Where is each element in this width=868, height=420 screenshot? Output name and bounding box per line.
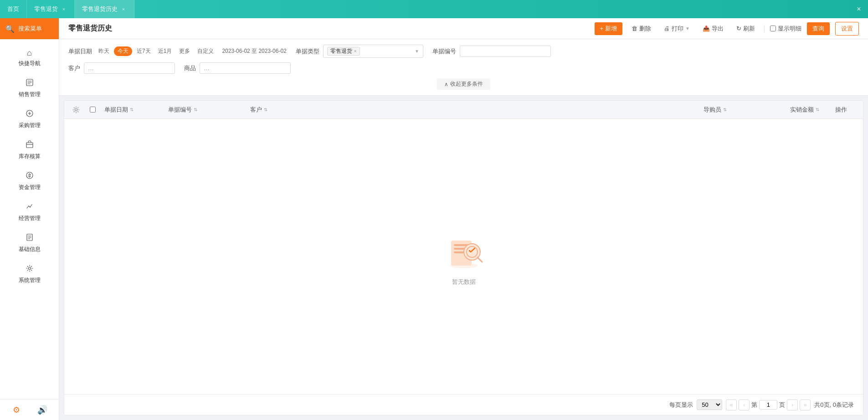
th-customer-sort[interactable]: ⇅	[264, 107, 267, 112]
sidebar-item-purchase-label: 采购管理	[19, 122, 41, 129]
add-label: 新增	[605, 25, 617, 33]
doc-type-filter: 单据类型 零售退货 × ▼	[296, 45, 423, 58]
table-settings-icon[interactable]	[68, 106, 84, 113]
tab-retail-return-history-close[interactable]: ×	[120, 6, 127, 12]
goods-select[interactable]: …	[200, 62, 291, 74]
volume-button[interactable]: 🔊	[35, 403, 50, 417]
tab-home[interactable]: 首页	[0, 0, 27, 18]
doc-no-label: 单据编号	[432, 47, 456, 56]
per-page-label: 每页显示	[669, 401, 693, 409]
date-btn-yesterday[interactable]: 昨天	[96, 46, 112, 56]
sidebar-item-purchase-mgmt[interactable]: 采购管理	[0, 104, 59, 135]
sidebar-item-system-mgmt[interactable]: 系统管理	[0, 259, 59, 290]
sidebar-bottom: ⚙ 🔊	[0, 399, 59, 420]
export-button[interactable]: 📤 导出	[699, 23, 727, 35]
next-page-button[interactable]: ›	[787, 400, 798, 410]
th-docno: 单据编号 ⇅	[164, 106, 247, 114]
tab-retail-return-history[interactable]: 零售退货历史 ×	[75, 0, 134, 18]
sidebar-item-quick-nav[interactable]: ⌂ 快捷导航	[0, 43, 59, 73]
purchase-icon	[26, 109, 34, 120]
svg-line-14	[478, 257, 482, 262]
empty-icon	[441, 227, 487, 272]
table-select-all[interactable]	[84, 107, 101, 113]
date-btn-custom[interactable]: 自定义	[195, 46, 216, 56]
sidebar-item-operation[interactable]: 经营管理	[0, 197, 59, 228]
customer-select[interactable]: …	[84, 62, 175, 74]
tab-home-label: 首页	[7, 5, 19, 13]
sidebar-search[interactable]: 🔍 搜索菜单	[0, 18, 59, 39]
collapse-button[interactable]: ∧ 收起更多条件	[437, 78, 490, 90]
doc-type-tag-close[interactable]: ×	[354, 49, 357, 54]
sidebar-item-inventory-label: 库存核算	[19, 153, 41, 160]
page-input[interactable]	[759, 400, 777, 410]
pagination-nav: « ‹ 第 页 › »	[726, 400, 811, 410]
goods-filter: 商品 …	[184, 62, 291, 74]
date-btn-7days[interactable]: 近7天	[134, 46, 154, 56]
date-btn-more[interactable]: 更多	[176, 46, 193, 56]
add-icon: +	[600, 25, 604, 32]
table-header: 单据日期 ⇅ 单据编号 ⇅ 客户 ⇅ 导购员 ⇅ 实销金额 ⇅	[64, 101, 863, 119]
svg-rect-2	[26, 143, 33, 148]
empty-text: 暂无数据	[452, 278, 476, 286]
window-close-button[interactable]: ×	[850, 0, 868, 18]
sidebar-item-inventory[interactable]: 库存核算	[0, 135, 59, 166]
prev-page-button[interactable]: ‹	[739, 400, 750, 410]
th-customer: 客户 ⇅	[247, 106, 700, 114]
pagination-bar: 每页显示 50 100 200 « ‹ 第 页 › » 共0页, 0条记录	[64, 394, 863, 415]
first-page-button[interactable]: «	[726, 400, 737, 410]
filter-area: 单据日期 昨天 今天 近7天 近1月 更多 自定义 2023-06-02 至 2…	[59, 39, 868, 96]
filter-row-1: 单据日期 昨天 今天 近7天 近1月 更多 自定义 2023-06-02 至 2…	[68, 45, 859, 58]
refresh-label: 刷新	[743, 25, 755, 33]
delete-label: 删除	[639, 25, 651, 33]
page-header: 零售退货历史 + 新增 🗑 删除 🖨 打印 ▼ 📤 导出	[59, 18, 868, 39]
export-label: 导出	[712, 25, 724, 33]
th-date-sort[interactable]: ⇅	[130, 107, 134, 112]
query-button[interactable]: 查询	[807, 22, 830, 35]
sidebar-item-basic-info[interactable]: 基础信息	[0, 228, 59, 259]
date-filter: 单据日期 昨天 今天 近7天 近1月 更多 自定义 2023-06-02 至 2…	[68, 46, 287, 56]
tab-retail-return-close[interactable]: ×	[61, 6, 67, 12]
th-docno-sort[interactable]: ⇅	[194, 107, 197, 112]
doc-type-label: 单据类型	[296, 47, 319, 56]
th-date: 单据日期 ⇅	[101, 106, 164, 114]
content-area: 零售退货历史 + 新增 🗑 删除 🖨 打印 ▼ 📤 导出	[59, 18, 868, 420]
select-all-checkbox[interactable]	[90, 107, 96, 113]
query-label: 查询	[812, 25, 824, 33]
date-btn-1month[interactable]: 近1月	[155, 46, 175, 56]
sidebar-item-sales-mgmt[interactable]: 销售管理	[0, 73, 59, 104]
sidebar-item-basic-info-label: 基础信息	[19, 246, 41, 253]
table-area: 单据日期 ⇅ 单据编号 ⇅ 客户 ⇅ 导购员 ⇅ 实销金额 ⇅	[64, 100, 863, 415]
filter-row-2: 客户 … 商品 …	[68, 62, 859, 74]
display-checkbox[interactable]	[770, 26, 776, 31]
doc-type-value: 零售退货	[330, 47, 352, 55]
th-guide-sort[interactable]: ⇅	[723, 107, 727, 112]
sidebar-item-finance[interactable]: 资金管理	[0, 166, 59, 197]
refresh-button[interactable]: ↻ 刷新	[733, 23, 759, 35]
goods-label: 商品	[184, 64, 196, 72]
settings-bottom-button[interactable]: ⚙	[9, 403, 24, 417]
tab-retail-return[interactable]: 零售退货 ×	[27, 0, 75, 18]
date-buttons: 昨天 今天 近7天 近1月 更多 自定义	[96, 46, 216, 56]
svg-point-5	[28, 267, 31, 270]
doc-type-select[interactable]: 零售退货 × ▼	[323, 45, 423, 58]
th-amount-label: 实销金额	[790, 106, 814, 114]
per-page-select[interactable]: 50 100 200	[697, 400, 722, 410]
svg-rect-10	[454, 248, 465, 250]
display-toggle[interactable]: 显示明细	[770, 25, 801, 33]
th-amount-sort[interactable]: ⇅	[816, 107, 819, 112]
th-amount: 实销金额 ⇅	[768, 106, 823, 114]
doc-no-input[interactable]	[460, 46, 551, 57]
print-button[interactable]: 🖨 打印 ▼	[660, 23, 693, 35]
doc-type-tag: 零售退货 ×	[327, 47, 360, 56]
th-guide: 导购员 ⇅	[700, 106, 768, 114]
top-bar: 首页 零售退货 × 零售退货历史 × ×	[0, 0, 868, 18]
display-label: 显示明细	[778, 25, 801, 33]
delete-button[interactable]: 🗑 删除	[628, 23, 655, 35]
last-page-button[interactable]: »	[800, 400, 811, 410]
date-range-text: 2023-06-02 至 2023-06-02	[222, 47, 286, 55]
date-btn-today[interactable]: 今天	[114, 46, 132, 56]
add-button[interactable]: + 新增	[595, 22, 623, 35]
total-info: 共0页, 0条记录	[814, 401, 854, 409]
main-layout: 🔍 搜索菜单 ⌂ 快捷导航 销售管理 采购管理	[0, 18, 868, 420]
settings-button[interactable]: 设置	[835, 22, 859, 36]
